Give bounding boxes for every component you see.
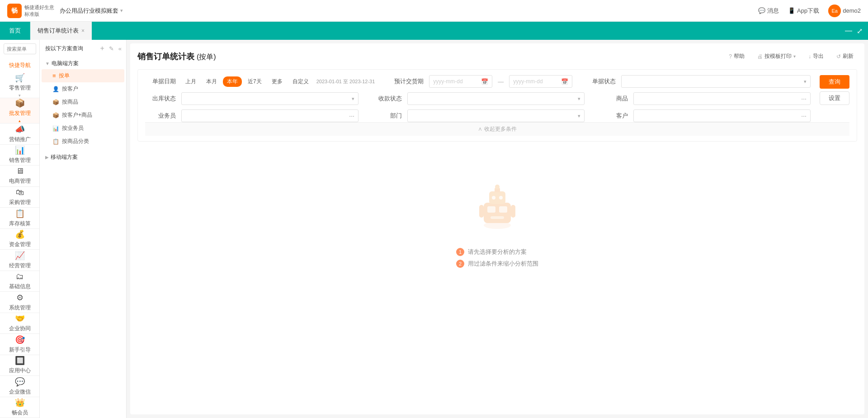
sidebar-item-inventory[interactable]: 📋 库存核算 [0, 208, 39, 229]
company-select[interactable]: 办公用品行业模拟账套 ▾ [60, 7, 123, 15]
top-bar-left: 畅 畅捷通好生意 标准版 办公用品行业模拟账套 ▾ [7, 4, 123, 18]
goods-select[interactable]: ··· [633, 92, 811, 105]
status-select-arrow-icon: ▾ [804, 79, 807, 85]
retail-arrow: ▾ [19, 93, 21, 98]
sidebar-item-marketing[interactable]: 📣 营销推广 [0, 124, 39, 145]
sidebar: 快捷导航 🛒 零售管理 ▾ 📦 批发管理 ▴ 📣 营销推广 📊 销售管理 🖥 电… [0, 40, 40, 418]
operations-icon: 📈 [15, 251, 25, 261]
sidebar-item-enterprise[interactable]: 🤝 企业协同 [0, 313, 39, 334]
refresh-icon: ↺ [836, 53, 841, 60]
settings-button[interactable]: 设置 [820, 91, 849, 105]
empty-tip-1: 1 请先选择要分析的方案 [456, 248, 538, 256]
print-button[interactable]: 🖨 按模板打印 ▾ [754, 51, 799, 62]
refresh-button[interactable]: ↺ 刷新 [833, 51, 857, 62]
inner-layout: 按以下方案查询 + ✎ « ▼ 电脑端方案 ≡ 按单 👤 按客户 [40, 40, 868, 418]
minimize-icon[interactable]: — [845, 27, 852, 35]
payment-select[interactable]: ▾ [407, 92, 585, 105]
tab-close-button[interactable]: × [81, 28, 85, 34]
status-label: 单据状态 [585, 77, 616, 86]
date-btn-this-month[interactable]: 本月 [202, 76, 221, 87]
sidebar-item-purchase[interactable]: 🛍 采购管理 [0, 187, 39, 208]
scheme-by-cust-prod[interactable]: 📦 按客户+商品 [42, 109, 124, 122]
add-scheme-button[interactable]: + [100, 44, 104, 52]
export-icon: ↓ [808, 53, 811, 60]
sidebar-item-wechat[interactable]: 💬 企业微信 [0, 376, 39, 397]
date-start-input[interactable]: yyyy-mm-dd 📅 [429, 75, 492, 88]
download-icon: 📱 [788, 7, 795, 14]
salesperson-select[interactable]: ··· [181, 109, 359, 122]
tab-home[interactable]: 首页 [0, 22, 30, 40]
shipping-select-arrow-icon: ▾ [352, 96, 354, 102]
date-btn-this-year[interactable]: 本年 [223, 76, 242, 87]
message-icon: 💬 [758, 7, 765, 14]
print-icon: 🖨 [757, 53, 763, 60]
tab-active[interactable]: 销售订单统计表 × [30, 22, 92, 40]
empty-svg [470, 178, 524, 232]
sidebar-item-ecommerce[interactable]: 🖥 电商管理 [0, 166, 39, 187]
salesperson-more-icon[interactable]: ··· [349, 112, 354, 119]
sidebar-item-operations[interactable]: 📈 经营管理 [0, 250, 39, 271]
department-select[interactable]: ▾ [407, 109, 585, 122]
customer-label: 客户 [597, 112, 628, 120]
shipping-select[interactable]: ▾ [181, 92, 359, 105]
date-divider: — [498, 78, 504, 85]
sidebar-item-finance[interactable]: 💰 资金管理 [0, 229, 39, 250]
query-button[interactable]: 查询 [820, 75, 849, 89]
date-btn-last-month[interactable]: 上月 [181, 76, 200, 87]
collapse-panel-button[interactable]: « [118, 45, 122, 52]
sidebar-item-wholesale[interactable]: 📦 批发管理 ▴ [0, 98, 39, 124]
edit-scheme-button[interactable]: ✎ [109, 45, 114, 52]
tip-num-1: 1 [456, 248, 464, 256]
logo-icon: 畅 [7, 4, 22, 18]
top-bar: 畅 畅捷通好生意 标准版 办公用品行业模拟账套 ▾ 💬 消息 📱 App下载 E… [0, 0, 868, 22]
finance-icon: 💰 [15, 229, 25, 239]
sidebar-item-sales[interactable]: 📊 销售管理 [0, 145, 39, 166]
salesperson-label: 业务员 [145, 112, 176, 120]
shipping-label: 出库状态 [145, 95, 176, 103]
message-button[interactable]: 💬 消息 [758, 7, 779, 15]
collapse-bar[interactable]: ∧ 收起更多条件 [145, 122, 849, 136]
tab-bar-right: — ⤢ [845, 27, 868, 35]
payment-label: 收款状态 [371, 95, 402, 103]
apps-icon: 🔲 [15, 356, 25, 366]
filter-row-1: 单据日期 上月 本月 本年 近7天 更多 自定义 2023-01-01 至 20… [145, 75, 811, 88]
scheme-by-category[interactable]: 📋 按商品分类 [42, 135, 124, 148]
goods-label: 商品 [597, 95, 628, 103]
help-icon: ? [729, 53, 732, 60]
scheme-by-product[interactable]: 📦 按商品 [42, 95, 124, 109]
sidebar-item-newbie[interactable]: 🎯 新手引导 [0, 334, 39, 355]
department-label: 部门 [371, 112, 402, 120]
desktop-section-title[interactable]: ▼ 电脑端方案 [40, 58, 126, 69]
date-end-input[interactable]: yyyy-mm-dd 📅 [509, 75, 572, 88]
user-profile[interactable]: Ea demo2 [828, 5, 861, 17]
search-input[interactable] [4, 43, 36, 54]
mobile-section-title[interactable]: ▶ 移动端方案 [40, 152, 126, 163]
page-actions: ? 帮助 🖨 按模板打印 ▾ ↓ 导出 ↺ [725, 51, 857, 62]
status-select[interactable]: ▾ [621, 75, 811, 88]
svg-rect-3 [499, 206, 507, 213]
sidebar-item-system[interactable]: ⚙ 系统管理 [0, 292, 39, 313]
help-button[interactable]: ? 帮助 [725, 51, 748, 62]
scheme-by-order[interactable]: ≡ 按单 [42, 69, 124, 82]
date-btn-7days[interactable]: 近7天 [244, 76, 266, 87]
scheme-by-salesperson[interactable]: 📊 按业务员 [42, 122, 124, 135]
sidebar-item-quick-nav[interactable]: 快捷导航 [0, 58, 39, 73]
maximize-icon[interactable]: ⤢ [857, 27, 863, 35]
wholesale-icon: 📦 [15, 98, 25, 108]
sidebar-item-apps[interactable]: 🔲 应用中心 [0, 355, 39, 376]
goods-more-icon[interactable]: ··· [801, 95, 807, 102]
export-button[interactable]: ↓ 导出 [805, 51, 827, 62]
svg-rect-5 [489, 191, 505, 204]
sidebar-item-basic[interactable]: 🗂 基础信息 [0, 271, 39, 292]
payment-select-arrow-icon: ▾ [578, 96, 580, 102]
date-btn-custom[interactable]: 自定义 [288, 76, 313, 87]
customer-more-icon[interactable]: ··· [801, 112, 807, 119]
scheme-by-customer[interactable]: 👤 按客户 [42, 82, 124, 95]
date-btn-more[interactable]: 更多 [268, 76, 287, 87]
app-download-button[interactable]: 📱 App下载 [788, 7, 819, 15]
sidebar-item-retail[interactable]: 🛒 零售管理 ▾ [0, 73, 39, 98]
expected-date-label: 预计交货期 [387, 77, 424, 86]
customer-select[interactable]: ··· [633, 109, 811, 122]
filter-row-2: 出库状态 ▾ 收款状态 ▾ 商品 [145, 92, 811, 105]
sidebar-item-member[interactable]: 👑 畅会员 [0, 397, 39, 418]
